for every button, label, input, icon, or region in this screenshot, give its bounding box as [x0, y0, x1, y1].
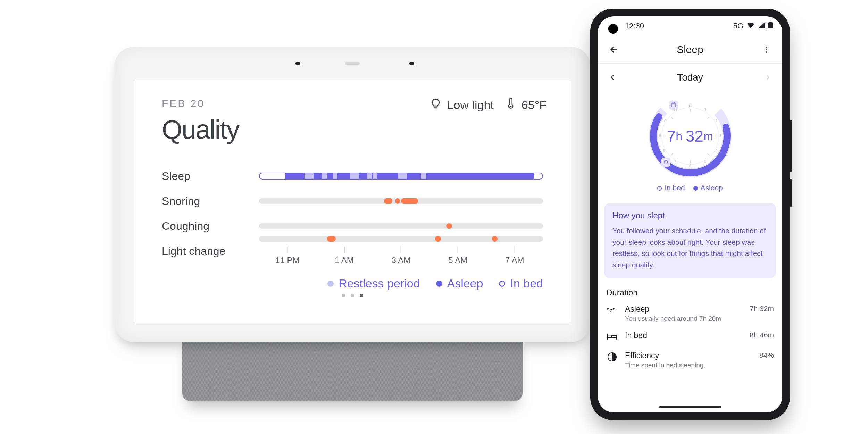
row-snoring-track — [259, 198, 543, 204]
status-bar: 12:30 5G — [598, 16, 782, 36]
metric-eff-value: 84% — [759, 351, 774, 359]
row-light-change: Light change 11 PM 1 AM 3 AM 5 AM 7 — [162, 239, 543, 264]
tick-5am: 5 AM — [448, 247, 467, 265]
zzz-icon: zZz — [606, 304, 618, 316]
metric-asleep-sub: You usually need around 7h 20m — [625, 315, 743, 323]
metric-inbed[interactable]: In bed 8h 46m — [598, 327, 782, 347]
hub-legend: Restless period Asleep In bed — [162, 277, 543, 290]
svg-rect-1 — [768, 22, 773, 28]
gesture-nav-bar[interactable] — [659, 406, 721, 408]
row-sleep-track — [259, 173, 543, 180]
date-label: Today — [677, 72, 703, 83]
hub-speaker-base — [182, 332, 523, 401]
how-you-slept-card[interactable]: How you slept You followed your schedule… — [604, 203, 776, 278]
overflow-menu-button[interactable] — [759, 43, 773, 57]
svg-text:z: z — [613, 307, 615, 311]
legend-inbed: In bed — [499, 277, 543, 290]
stage: FEB 20 Quality Low light 65°F — [0, 0, 868, 434]
sleep-duration-readout: 7h 32m — [647, 93, 734, 180]
row-snoring: Snoring — [162, 189, 543, 214]
metric-eff-label: Efficiency — [625, 351, 752, 360]
thermometer-icon — [506, 97, 516, 113]
phone-device: 12:30 5G Sleep — [590, 9, 790, 420]
card-body: You followed your schedule, and the dura… — [612, 225, 768, 270]
row-coughing-track — [259, 223, 543, 229]
svg-point-0 — [510, 106, 511, 107]
legend-asleep: Asleep — [436, 277, 483, 290]
app-bar: Sleep — [598, 36, 782, 64]
section-duration-title: Duration — [606, 288, 774, 298]
hub-light-status: Low light — [430, 98, 494, 112]
card-title: How you slept — [612, 211, 768, 220]
phone-screen[interactable]: 12:30 5G Sleep — [598, 16, 782, 412]
tick-7am: 7 AM — [505, 247, 524, 265]
hub-mic-slot — [345, 62, 360, 65]
quality-rows: Sleep Snoring — [162, 164, 543, 264]
metric-inbed-value: 8h 46m — [750, 331, 774, 339]
metric-eff-sub: Time spent in bed sleeping. — [625, 361, 752, 369]
wifi-icon — [747, 22, 754, 31]
sleep-clock: 12 1 2 3 4 5 6 7 8 9 10 11 — [598, 91, 782, 197]
svg-point-4 — [766, 49, 767, 50]
svg-text:Z: Z — [610, 308, 613, 314]
row-light-label: Light change — [162, 245, 259, 258]
bed-icon — [606, 331, 618, 343]
row-sleep-label: Sleep — [162, 170, 259, 183]
phone-camera-hole — [608, 24, 618, 34]
date-nav: Today — [598, 64, 782, 91]
hub-light-label: Low light — [447, 98, 494, 112]
appbar-title: Sleep — [677, 44, 703, 56]
clock-legend-inbed: In bed — [657, 184, 685, 192]
time-axis: 11 PM 1 AM 3 AM 5 AM 7 AM — [259, 247, 543, 266]
row-light-track — [259, 236, 543, 242]
signal-icon — [758, 22, 765, 31]
next-day-button[interactable] — [761, 72, 775, 83]
hub-page-title: Quality — [162, 114, 543, 144]
nest-hub-device: FEB 20 Quality Low light 65°F — [115, 47, 590, 342]
svg-rect-2 — [770, 22, 771, 23]
hub-temp-label: 65°F — [521, 98, 546, 112]
row-coughing-label: Coughing — [162, 220, 259, 233]
row-coughing: Coughing — [162, 214, 543, 239]
phone-volume-button[interactable] — [790, 120, 792, 172]
tick-11pm: 11 PM — [275, 247, 299, 265]
tick-3am: 3 AM — [392, 247, 411, 265]
row-snoring-label: Snoring — [162, 195, 259, 208]
status-network: 5G — [733, 22, 743, 31]
hub-status-row: Low light 65°F — [430, 97, 546, 113]
battery-icon — [768, 22, 773, 31]
clock-legend-asleep: Asleep — [693, 184, 723, 192]
legend-restless: Restless period — [327, 277, 420, 290]
metric-efficiency[interactable]: Efficiency Time spent in bed sleeping. 8… — [598, 347, 782, 373]
metric-asleep-value: 7h 32m — [750, 304, 774, 313]
lightbulb-icon — [430, 98, 442, 112]
row-sleep: Sleep — [162, 164, 543, 189]
metric-inbed-label: In bed — [625, 331, 743, 340]
efficiency-icon — [606, 351, 618, 363]
tick-1am: 1 AM — [335, 247, 354, 265]
hub-screen[interactable]: FEB 20 Quality Low light 65°F — [134, 80, 571, 323]
hub-temp-status: 65°F — [506, 97, 546, 113]
clock-legend: In bed Asleep — [657, 184, 723, 192]
metric-asleep-label: Asleep — [625, 304, 743, 314]
svg-text:z: z — [607, 307, 609, 311]
svg-point-5 — [766, 51, 767, 53]
page-indicator[interactable] — [162, 294, 543, 297]
svg-point-3 — [766, 47, 767, 48]
phone-power-button[interactable] — [790, 179, 792, 207]
prev-day-button[interactable] — [606, 72, 619, 83]
back-button[interactable] — [607, 43, 621, 57]
status-time: 12:30 — [625, 22, 644, 31]
metric-asleep[interactable]: zZz Asleep You usually need around 7h 20… — [598, 300, 782, 327]
